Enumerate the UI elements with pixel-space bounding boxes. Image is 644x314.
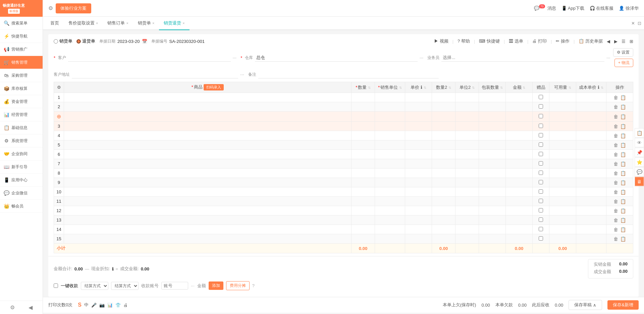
delete-icon-8[interactable]: 🗑	[613, 171, 618, 176]
available-cell-1[interactable]	[549, 93, 576, 102]
copy-icon-14[interactable]: 📋	[620, 227, 626, 232]
product-input-15[interactable]	[79, 237, 335, 241]
sales-unit-cell-15[interactable]	[375, 234, 405, 244]
unit-price-cell-13[interactable]	[405, 215, 432, 225]
available-cell-11[interactable]	[549, 197, 576, 206]
copy-icon-10[interactable]: 📋	[620, 189, 626, 195]
available-cell-9[interactable]	[549, 178, 576, 187]
add-unit-price-cell[interactable]	[405, 112, 432, 122]
sales-unit-cell-10[interactable]	[375, 187, 405, 197]
available-cell-6[interactable]	[549, 150, 576, 159]
pack-qty-cell-12[interactable]	[479, 206, 506, 215]
gift-checkbox-8[interactable]	[539, 171, 543, 175]
amount-cell-3[interactable]	[506, 122, 533, 131]
unit-price-cell-11[interactable]	[405, 197, 432, 206]
sales-unit-cell-7[interactable]	[375, 159, 405, 169]
gift-checkbox-4[interactable]	[539, 133, 543, 137]
add-product-input[interactable]	[79, 114, 335, 119]
unit-price-cell-7[interactable]	[405, 159, 432, 169]
available-cell-10[interactable]	[549, 187, 576, 197]
add-delete-icon[interactable]: 🗑	[613, 114, 618, 119]
cost-price-cell-12[interactable]	[576, 206, 606, 215]
sales-unit-cell-2[interactable]	[375, 102, 405, 112]
tab-close-1[interactable]: ×	[96, 21, 98, 25]
action-print[interactable]: 🖨 打印	[532, 38, 547, 44]
add-product-cell[interactable]	[64, 112, 352, 122]
product-input-5[interactable]	[79, 143, 335, 147]
user-info[interactable]: 👤 徐泽华	[619, 5, 639, 11]
view-grid-icon[interactable]: ⊞	[630, 39, 633, 44]
app-download-button[interactable]: 📱 App下载	[561, 5, 584, 11]
gift-checkbox-10[interactable]	[539, 189, 543, 194]
pack-qty-cell-2[interactable]	[479, 102, 506, 112]
message-button[interactable]: 💬 70 消息	[534, 5, 556, 11]
unit2-cell-11[interactable]	[455, 197, 479, 206]
delete-icon-6[interactable]: 🗑	[613, 152, 618, 157]
unit-price-cell-3[interactable]	[405, 122, 432, 131]
delete-icon-3[interactable]: 🗑	[613, 124, 618, 129]
gift-cell-15[interactable]	[533, 234, 549, 244]
account-input[interactable]	[161, 282, 188, 290]
sales-unit-cell-9[interactable]	[375, 178, 405, 187]
col-settings[interactable]: ⚙	[54, 82, 64, 93]
delete-icon-10[interactable]: 🗑	[613, 189, 618, 195]
gift-checkbox-12[interactable]	[539, 208, 543, 212]
sales-unit-cell-3[interactable]	[375, 122, 405, 131]
cost-price-cell-6[interactable]	[576, 150, 606, 159]
gift-cell-6[interactable]	[533, 150, 549, 159]
pack-qty-cell-6[interactable]	[479, 150, 506, 159]
product-cell-15[interactable]	[64, 234, 352, 244]
unit2-cell-5[interactable]	[455, 140, 479, 150]
gift-cell-12[interactable]	[533, 206, 549, 215]
qty2-cell-12[interactable]	[432, 206, 455, 215]
close-window-icon[interactable]: ✕	[631, 21, 635, 26]
gift-checkbox-13[interactable]	[539, 217, 543, 222]
expand-icon[interactable]: ⊡	[638, 21, 641, 26]
qty-cell-10[interactable]	[352, 187, 375, 197]
qty-cell-4[interactable]	[352, 131, 375, 140]
amount-cell-14[interactable]	[506, 225, 533, 234]
tool-zh-icon[interactable]: 中	[84, 302, 89, 308]
cost-price-cell-9[interactable]	[576, 178, 606, 187]
available-cell-7[interactable]	[549, 159, 576, 169]
radio-return-input[interactable]	[76, 39, 81, 44]
qty2-cell-9[interactable]	[432, 178, 455, 187]
warehouse-picker-btn[interactable]: ···	[420, 55, 424, 60]
cost-price-cell-15[interactable]	[576, 234, 606, 244]
qty2-cell-13[interactable]	[432, 215, 455, 225]
gift-checkbox-1[interactable]	[539, 95, 543, 99]
pack-qty-cell-14[interactable]	[479, 225, 506, 234]
action-select[interactable]: ☰ 选单	[509, 38, 523, 44]
add-amount-cell[interactable]	[506, 112, 533, 122]
add-available-cell[interactable]	[549, 112, 576, 122]
customer-picker-btn[interactable]: ···	[233, 55, 237, 60]
sidebar-item-12[interactable]: 📱 应用中心	[0, 174, 43, 187]
qty2-cell-2[interactable]	[432, 102, 455, 112]
qty-cell-12[interactable]	[352, 206, 375, 215]
amount-cell-8[interactable]	[506, 169, 533, 178]
product-input-4[interactable]	[79, 133, 335, 138]
product-cell-9[interactable]	[64, 178, 352, 187]
unit2-cell-1[interactable]	[455, 93, 479, 102]
tab-close-3[interactable]: ×	[152, 21, 154, 25]
delete-icon-9[interactable]: 🗑	[613, 180, 618, 185]
save-new-button[interactable]: 保存&新增	[607, 300, 639, 310]
add-gift-checkbox[interactable]	[539, 114, 543, 118]
product-cell-2[interactable]	[64, 102, 352, 112]
gift-cell-8[interactable]	[533, 169, 549, 178]
topbar-settings-icon[interactable]: ⚙	[48, 5, 53, 11]
gift-checkbox-5[interactable]	[539, 142, 543, 147]
amount-cell-7[interactable]	[506, 159, 533, 169]
settings-btn[interactable]: ⚙ 设置	[613, 48, 633, 57]
tab-0[interactable]: 首页	[46, 17, 64, 30]
product-input-11[interactable]	[79, 199, 335, 204]
available-cell-4[interactable]	[549, 131, 576, 140]
gift-cell-10[interactable]	[533, 187, 549, 197]
cost-price-cell-1[interactable]	[576, 93, 606, 102]
sidebar-item-3[interactable]: 🛒 销售管理	[0, 56, 43, 69]
sidebar-item-8[interactable]: 📋 基础信息	[0, 121, 43, 134]
copy-icon-5[interactable]: 📋	[620, 142, 626, 148]
sales-unit-cell-13[interactable]	[375, 215, 405, 225]
sales-unit-cell-5[interactable]	[375, 140, 405, 150]
product-input-10[interactable]	[79, 190, 335, 194]
